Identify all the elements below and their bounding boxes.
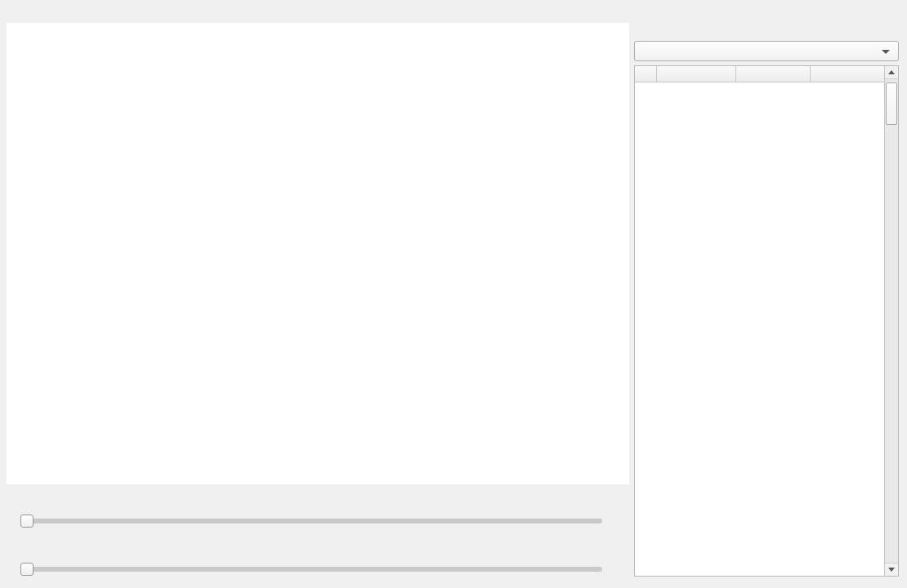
table-header-column-c[interactable] [811,66,885,82]
table-header-column-b[interactable] [736,66,811,82]
azimuth-slider-track[interactable] [20,519,602,523]
figure-area [7,23,629,484]
arrow-down-icon [888,568,895,572]
menu-bar [0,0,907,17]
menu-file[interactable] [3,7,18,11]
data-table[interactable] [634,65,899,577]
scroll-down-button[interactable] [885,563,898,576]
scrollbar-thumb[interactable] [886,82,897,125]
menu-about[interactable] [18,7,33,11]
table-corner-cell [635,66,657,82]
wireframe-plot-canvas[interactable] [7,23,629,484]
app-window: { "menu": { "file_label": "File", "about… [0,0,907,588]
chevron-down-icon [882,50,890,54]
azimuth-slider-row [0,514,629,528]
table-scrollbar[interactable] [884,66,898,576]
scroll-up-button[interactable] [885,66,898,79]
plot-type-combobox[interactable] [634,41,899,61]
table-header-column-a[interactable] [657,66,736,82]
azimuth-slider-handle[interactable] [20,514,34,528]
elevation-slider-track[interactable] [20,567,602,572]
table-header-row [635,66,898,82]
arrow-up-icon [888,70,895,74]
elevation-slider-row [0,563,629,576]
elevation-slider-handle[interactable] [20,563,34,576]
